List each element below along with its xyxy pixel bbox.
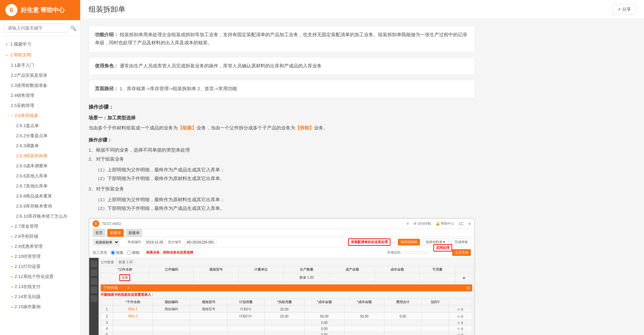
fake-disassemble-radio[interactable]: 拆卸	[127, 250, 140, 255]
fake-lower-th-4: 计划用量	[227, 299, 264, 306]
sidebar-item-data-prep[interactable]: 2.3使用前数据准备	[0, 80, 80, 91]
table-row: 1期始 1期始编码规格型号计划(+)25.00⊕ 🗑	[101, 306, 472, 313]
app-header: 6 好生意 帮助中心	[0, 0, 80, 20]
path-label: 页面路径：	[95, 86, 118, 91]
sidebar-item-docs[interactable]: − 2.帮助文档	[0, 50, 80, 60]
sidebar-item-other-in[interactable]: 2.6.6其他入库单	[0, 171, 80, 181]
fake-tab-home[interactable]: 首页	[93, 229, 105, 237]
sidebar-item-coupon[interactable]: + 2.9优惠券管理	[0, 241, 80, 252]
sidebar-item-faq[interactable]: + 2.14常见问题	[0, 292, 80, 302]
fake-upper-th-5: 生产数量	[283, 266, 330, 273]
fake-storage-input[interactable]	[402, 252, 429, 254]
expand-icon: +	[11, 224, 13, 229]
sidebar-item-split-stocktake[interactable]: 2.6.2分量盘点单	[0, 131, 80, 141]
fake-upper-th-8: 可用量	[419, 266, 455, 273]
expand-icon: +	[11, 284, 13, 289]
sidebar-item-online-pay[interactable]: + 2.13在线支付	[0, 282, 80, 292]
row-delete-icon[interactable]: 🗑	[461, 315, 464, 318]
main-content: 组装拆卸单 ↗ 分享 功能介绍： 组装拆卸单用来处理企业组装或拆卸等加工业务，支…	[80, 0, 644, 335]
sidebar-item-new-user[interactable]: 2.1新手入门	[0, 60, 80, 70]
row-copy-icon[interactable]: ⊕	[457, 308, 460, 311]
sidebar-item-purchase[interactable]: 2.5采购管理	[0, 101, 80, 111]
fake-complete-btn[interactable]: 完成审核	[451, 238, 471, 246]
sidebar-item-account-error[interactable]: 2.6.10库存账本错了怎么办	[0, 211, 80, 221]
annotation-4: 不能地添卡的信息在这里置里录入	[101, 293, 151, 296]
fake-mini-icon-2[interactable]	[91, 269, 97, 276]
sidebar-item-inventory[interactable]: − 2.6库存核算	[0, 111, 80, 121]
top-bar: 组装拆卸单 ↗ 分享	[80, 0, 644, 19]
fake-doctype-select[interactable]: 组装拆卸单	[93, 239, 119, 245]
fake-logo: 6	[93, 220, 99, 227]
ops-steps-label: 操作步骤：	[89, 137, 475, 143]
role-block: 使用角色： 通常由生产人员或库管人员完成拆装业务的操作，库管人员确认原材料的出库…	[89, 57, 475, 75]
expand-icon: +	[11, 264, 13, 269]
row-copy-icon[interactable]: ⊕	[457, 321, 460, 325]
disassemble-step-2: （2）下部明细为子件明细，最终作为产成品生成其它入库单。	[95, 204, 475, 213]
expand-icon: +	[11, 254, 13, 259]
sidebar-item-cost-calc[interactable]: 2.6.8商品成本重算	[0, 191, 80, 201]
screenshot-container: 6 TEST-H002 ▼ ⚙ 访问控制 🔔 帮助中心 CC ✕ 首页 新建单 …	[89, 218, 475, 335]
fake-lower-th-2: 期始编码	[153, 299, 190, 306]
fake-confirm-btn[interactable]: 立至完成	[452, 249, 471, 256]
fake-upper-th-2: 父件编码	[149, 266, 194, 273]
fake-upper-th-3: 规格型号	[194, 266, 238, 273]
fake-type-row: 加工类型 组装 拆卸 组装业务、拆卸业务在这里选择 存储品码	[89, 247, 474, 258]
share-button[interactable]: ↗ 分享	[612, 4, 636, 15]
steps-list: 1、根据不同的业务，选择不同单据的类型来处理 2、对于组装业务	[89, 146, 475, 164]
logo-icon: 6	[5, 4, 17, 16]
fake-mini-icon-5[interactable]	[91, 295, 97, 302]
expand-icon: +	[5, 42, 8, 47]
sidebar-item-cases[interactable]: + 2.15操作案例	[0, 302, 80, 312]
expand-icon: +	[11, 294, 13, 299]
search-icon[interactable]: 🔍	[70, 25, 76, 31]
fake-parent-qty: 数量 1.00	[116, 260, 135, 265]
disassemble-step-1: （1）上部明细为父件明细，最终作为原材料生成其它出库单；	[95, 196, 475, 204]
sidebar-item-install[interactable]: 2.2产品安装及登录	[0, 70, 80, 80]
fake-assemble-radio[interactable]: 组装	[111, 250, 123, 255]
row-delete-icon[interactable]: 🗑	[461, 327, 464, 331]
sidebar-item-stock-check[interactable]: 2.6.9库存账本查询	[0, 201, 80, 211]
sidebar-item-stocktake[interactable]: 2.6.1盘点单	[0, 121, 80, 131]
sidebar-item-adjust[interactable]: 2.6.3调拨单	[0, 141, 80, 151]
fake-close-icon[interactable]: ✕	[468, 222, 471, 226]
assemble-step-2: （2）下部明细为子件明细，最终作为原材料生成其它出库单。	[95, 174, 475, 183]
sidebar-item-finance[interactable]: + 2.7资金管理	[0, 221, 80, 231]
fake-lower-th-9: 划归V	[422, 299, 449, 306]
row-copy-icon[interactable]: ⊕	[457, 315, 460, 318]
ops-title: 操作步骤：	[89, 104, 475, 110]
fake-upper-th-1: *父件名称	[101, 266, 149, 273]
sidebar-item-sales[interactable]: 2.4销售管理	[0, 91, 80, 101]
table-row: 40.00⊕ 🗑	[101, 326, 472, 332]
search-input[interactable]	[4, 23, 68, 33]
row-delete-icon[interactable]: 🗑	[461, 333, 464, 335]
table-row: 2期始 2计划(+)+25.0050.0050.000.00⊕ 🗑	[101, 313, 472, 320]
app-title: 好生意 帮助中心	[21, 6, 65, 14]
fake-lower-th-5: *实际用量	[264, 299, 304, 306]
sidebar-item-assembly[interactable]: 2.6.4组装拆卸单	[0, 151, 80, 161]
expand-icon: +	[11, 304, 13, 310]
row-delete-icon[interactable]: 🗑	[461, 308, 464, 311]
fake-save-btn[interactable]: 保存拆卸料	[398, 239, 420, 245]
sidebar-item-mobile[interactable]: + 2.8手机旺铺	[0, 231, 80, 241]
sidebar-item-custom[interactable]: + 2.12系统个性化设置	[0, 272, 80, 282]
step-3: 3、对于拆装业务	[89, 185, 475, 193]
scene1-desc: 当由多个子件材料组装成一个成品的业务为【组装】业务，当由一个父件拆分成多个子产品…	[89, 124, 475, 132]
fake-main-body: 父件数量 数量 1.00 *父件名称 父件编码 规格型号 计量单位 生产数量	[89, 258, 474, 335]
fake-tab-new[interactable]: 新建单	[107, 229, 124, 237]
sidebar-item-other-out[interactable]: 2.6.7其他出库单	[0, 181, 80, 191]
fake-table-area: 父件数量 数量 1.00 *父件名称 父件编码 规格型号 计量单位 生产数量	[99, 258, 474, 335]
fake-mini-icon-4[interactable]	[91, 287, 97, 293]
intro-block: 功能介绍： 组装拆卸单用来处理企业组装或拆卸等加工业务，支持有固定装配清单的产品…	[89, 26, 475, 52]
row-copy-icon[interactable]: ⊕	[457, 333, 460, 335]
sidebar-item-video[interactable]: + 1.视频学习	[0, 39, 80, 50]
row-copy-icon[interactable]: ⊕	[457, 327, 460, 331]
sidebar-item-cost-adjust[interactable]: 2.6.5成本调整单	[0, 161, 80, 171]
sidebar-item-print[interactable]: + 2.11打印设置	[0, 262, 80, 272]
fake-tab-new2[interactable]: 新建单	[126, 229, 142, 237]
fake-mini-icon-1[interactable]	[91, 261, 97, 267]
sidebar-item-ops[interactable]: + 2.10经营管理	[0, 252, 80, 262]
row-delete-icon[interactable]: 🗑	[461, 321, 464, 325]
assemble-steps: （1）上部明细为父件明细，最终作为产成品生成其它入库单； （2）下部明细为子件明…	[95, 166, 475, 183]
fake-mini-icon-3[interactable]	[91, 278, 97, 285]
table-row: 30.00⊕ 🗑	[101, 320, 472, 326]
